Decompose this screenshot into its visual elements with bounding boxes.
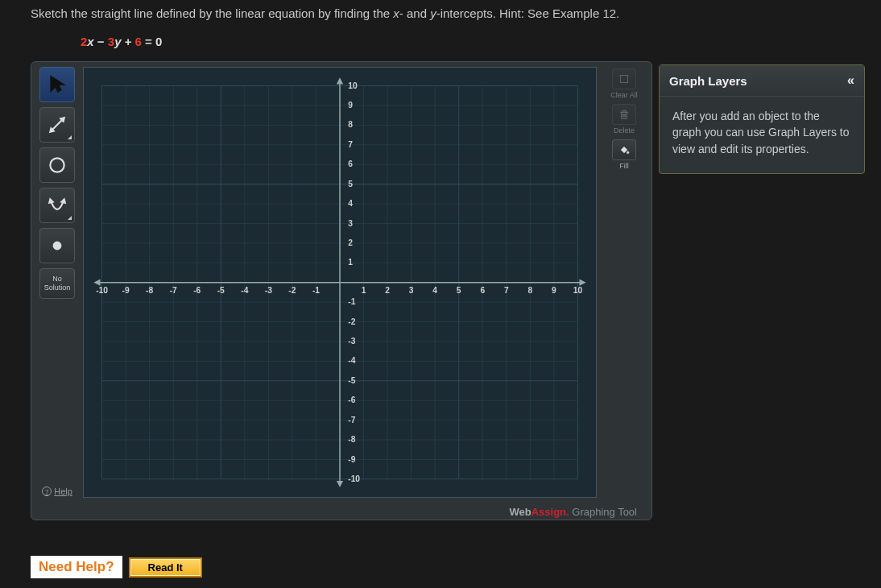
svg-text:6: 6	[480, 286, 485, 295]
svg-text:9: 9	[348, 101, 353, 110]
point-icon	[47, 235, 68, 256]
expand-corner-icon	[68, 135, 72, 139]
graph-canvas[interactable]: -10-9-8-7-6-5-4-3-2-112345678910-10-9-8-…	[83, 67, 597, 498]
svg-text:-8: -8	[348, 435, 355, 444]
svg-text:-9: -9	[122, 286, 130, 295]
clear-all-button[interactable]: Clear All	[606, 68, 643, 99]
clear-all-label: Clear All	[610, 91, 638, 99]
svg-point-96	[627, 151, 629, 154]
svg-point-6	[54, 242, 61, 250]
svg-text:-3: -3	[348, 337, 355, 346]
svg-marker-54	[337, 481, 343, 487]
svg-text:-7: -7	[170, 286, 177, 295]
circle-tool-button[interactable]	[39, 147, 75, 183]
svg-text:-4: -4	[348, 356, 355, 365]
var-y: y	[430, 6, 436, 20]
svg-text:6: 6	[348, 159, 353, 168]
svg-text:3: 3	[348, 219, 353, 228]
parabola-icon	[47, 195, 68, 216]
svg-text:-3: -3	[265, 286, 272, 295]
prompt-text-mid2: -intercepts. Hint: See Example 12.	[436, 6, 620, 20]
graphing-tool: No Solution ? Help -10-9-8-7-6-5-4-3-2-1…	[31, 61, 652, 520]
svg-text:-6: -6	[348, 395, 355, 404]
graph-layers-header[interactable]: Graph Layers «	[660, 65, 864, 97]
eq-sign: = 0	[142, 35, 162, 48]
no-solution-label-1: No	[52, 275, 62, 283]
svg-text:-8: -8	[146, 286, 153, 295]
svg-text:2: 2	[385, 286, 390, 295]
svg-text:5: 5	[348, 180, 353, 188]
svg-text:-1: -1	[348, 297, 355, 306]
action-palette: Clear All Delete Fill	[602, 67, 647, 498]
brand-part1: Web	[509, 506, 531, 518]
delete-label: Delete	[614, 126, 635, 135]
read-it-button[interactable]: Read It	[129, 557, 202, 578]
graph-layers-body: After you add an object to the graph you…	[660, 97, 864, 173]
coordinate-grid: -10-9-8-7-6-5-4-3-2-112345678910-10-9-8-…	[84, 68, 596, 497]
svg-marker-52	[93, 280, 100, 286]
tool-palette: No Solution ? Help	[36, 67, 78, 498]
equation: 2x − 3y + 6 = 0	[0, 20, 881, 58]
help-icon: ?	[42, 487, 52, 496]
coef-3: 6	[135, 35, 142, 48]
svg-text:10: 10	[348, 81, 358, 90]
help-bar: Need Help? Read It	[31, 556, 202, 578]
op-1: −	[94, 35, 108, 48]
brand-part2: Assign.	[531, 506, 569, 518]
svg-point-3	[50, 158, 64, 172]
fill-button[interactable]: Fill	[606, 139, 643, 170]
no-solution-button[interactable]: No Solution	[39, 268, 75, 299]
svg-text:8: 8	[348, 120, 353, 129]
clear-all-icon	[618, 72, 631, 85]
prompt-text-pre: Sketch the straight line defined by the …	[31, 6, 393, 20]
svg-text:7: 7	[348, 140, 353, 149]
select-tool-button[interactable]	[39, 67, 75, 102]
collapse-icon[interactable]: «	[847, 73, 854, 88]
need-help-label: Need Help?	[31, 556, 122, 578]
no-solution-label-2: Solution	[44, 284, 71, 292]
svg-text:4: 4	[348, 199, 353, 208]
svg-rect-95	[620, 75, 627, 82]
svg-marker-4	[49, 199, 52, 202]
trash-icon	[618, 108, 631, 121]
svg-text:-7: -7	[348, 416, 355, 424]
var-1: x	[87, 35, 93, 48]
svg-text:4: 4	[432, 286, 437, 295]
svg-text:-2: -2	[348, 317, 355, 326]
graph-layers-title: Graph Layers	[669, 74, 747, 88]
svg-text:3: 3	[409, 286, 414, 295]
help-label: Help	[54, 487, 72, 496]
coef-2: 3	[108, 35, 114, 48]
var-x: x	[393, 6, 399, 20]
svg-text:-2: -2	[288, 286, 296, 295]
svg-text:-6: -6	[193, 286, 201, 295]
parabola-tool-button[interactable]	[39, 188, 75, 223]
svg-text:8: 8	[527, 286, 532, 295]
svg-text:1: 1	[362, 286, 366, 295]
point-tool-button[interactable]	[39, 228, 75, 263]
svg-text:10: 10	[573, 286, 583, 295]
svg-marker-5	[61, 199, 64, 202]
expand-corner-icon	[68, 216, 72, 220]
svg-text:5: 5	[457, 286, 461, 295]
svg-text:-10: -10	[96, 286, 108, 295]
delete-button[interactable]: Delete	[606, 104, 643, 135]
prompt-text-mid1: - and	[399, 6, 430, 20]
svg-text:-4: -4	[241, 286, 248, 295]
svg-text:-1: -1	[312, 286, 320, 295]
branding: WebAssign. Graphing Tool	[31, 503, 651, 520]
svg-text:2: 2	[348, 238, 353, 247]
help-link[interactable]: ? Help	[42, 487, 72, 498]
svg-text:7: 7	[504, 286, 509, 295]
svg-text:-5: -5	[348, 376, 355, 385]
graph-layers-panel: Graph Layers « After you add an object t…	[659, 64, 865, 174]
line-tool-button[interactable]	[39, 107, 75, 143]
svg-text:-9: -9	[348, 455, 355, 464]
svg-marker-51	[579, 280, 585, 286]
svg-marker-53	[337, 77, 343, 84]
brand-part3: Graphing Tool	[569, 506, 637, 518]
svg-text:-5: -5	[217, 286, 225, 295]
op-2: +	[121, 35, 134, 48]
fill-icon	[618, 143, 631, 156]
fill-label: Fill	[619, 162, 629, 170]
